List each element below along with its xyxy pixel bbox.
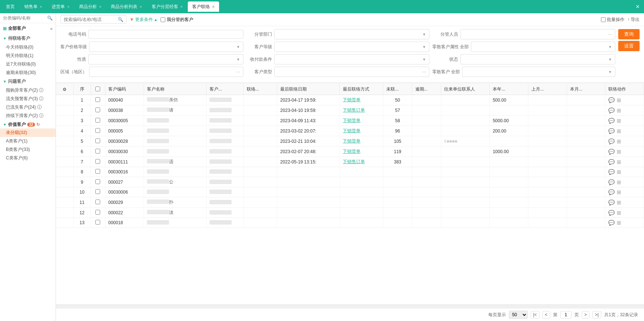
- filter-nature-select[interactable]: ▼: [88, 54, 243, 64]
- collapse-icon[interactable]: «: [50, 26, 53, 31]
- row-checkbox[interactable]: [95, 107, 100, 112]
- row-checkbox[interactable]: [95, 128, 100, 133]
- tab-sales-close[interactable]: ×: [40, 4, 42, 9]
- more-conditions-btn[interactable]: ▼ 更多条件 ▲: [130, 17, 158, 23]
- filter-cust-type-select[interactable]: ···: [274, 67, 429, 77]
- grid-action-icon[interactable]: ⊞: [617, 200, 621, 205]
- last-way-link[interactable]: 下销货单: [343, 118, 360, 123]
- grid-action-icon[interactable]: ⊞: [617, 210, 621, 216]
- last-way-link[interactable]: 下销售订单: [343, 107, 365, 113]
- reset-button[interactable]: 设置: [618, 41, 640, 51]
- next-page-btn[interactable]: >: [582, 311, 590, 318]
- tab-product-analysis[interactable]: 商品分析 ×: [75, 1, 106, 12]
- grid-action-icon[interactable]: ⊞: [617, 149, 621, 155]
- sidebar-item-abnormal[interactable]: 囤购异常客户(2) ⓘ: [0, 86, 56, 95]
- last-page-btn[interactable]: >|: [592, 311, 601, 318]
- row-checkbox[interactable]: [95, 169, 100, 174]
- sidebar-item-7days[interactable]: 近7天待联络(0): [0, 60, 56, 68]
- td-checkbox[interactable]: [91, 147, 105, 157]
- filter-retail-attr-select[interactable]: ▼: [471, 42, 615, 52]
- filter-region-select[interactable]: ···: [89, 67, 243, 77]
- window-close-icon[interactable]: ×: [633, 3, 643, 11]
- batch-checkbox[interactable]: [601, 17, 606, 22]
- chat-icon[interactable]: 💬: [608, 149, 615, 155]
- chat-icon[interactable]: 💬: [608, 200, 615, 205]
- main-search-input[interactable]: [64, 17, 116, 22]
- chat-icon[interactable]: 💬: [608, 179, 615, 185]
- tab-customer-contact-close[interactable]: ×: [212, 4, 214, 9]
- td-checkbox[interactable]: [91, 157, 105, 167]
- tab-purchase-close[interactable]: ×: [67, 4, 69, 9]
- chat-icon[interactable]: 💬: [608, 107, 615, 113]
- chat-icon[interactable]: 💬: [608, 159, 615, 165]
- pending-group-header[interactable]: ▼ 待联络客户: [0, 34, 56, 43]
- grid-action-icon[interactable]: ⊞: [617, 97, 621, 103]
- prev-page-btn[interactable]: <: [542, 311, 550, 318]
- last-way-link[interactable]: 下销货单: [343, 97, 360, 102]
- cust-type-dots-icon[interactable]: ···: [422, 69, 426, 74]
- all-customers-header[interactable]: ⊞ 全部客户 «: [0, 23, 56, 34]
- td-checkbox[interactable]: [91, 197, 105, 208]
- sidebar-item-lost[interactable]: 已流失客户(24) ⓘ: [0, 103, 56, 112]
- tab-product-analysis-list[interactable]: 商品分析列表 ×: [106, 1, 146, 12]
- chat-icon[interactable]: 💬: [608, 128, 615, 134]
- filter-phone-input[interactable]: [88, 30, 243, 39]
- chat-icon[interactable]: 💬: [608, 138, 615, 144]
- tab-product-analysis-list-close[interactable]: ×: [140, 4, 142, 9]
- batch-ops-btn[interactable]: 批量操作: [601, 17, 624, 23]
- grid-action-icon[interactable]: ⊞: [617, 179, 621, 185]
- filter-manager-select[interactable]: ···: [460, 29, 615, 39]
- row-checkbox[interactable]: [95, 220, 100, 225]
- sidebar-search-input[interactable]: [3, 15, 46, 21]
- chat-icon[interactable]: 💬: [608, 189, 615, 195]
- th-checkbox[interactable]: [91, 84, 105, 95]
- sidebar-item-overdue[interactable]: 逾期未联络(30): [0, 68, 56, 77]
- sidebar-item-class-a[interactable]: A类客户(1): [0, 137, 56, 145]
- tab-home[interactable]: 首页: [1, 1, 19, 12]
- th-settings[interactable]: ⚙: [56, 84, 73, 95]
- grid-action-icon[interactable]: ⊞: [617, 107, 621, 113]
- manager-dots-icon[interactable]: ···: [608, 32, 612, 37]
- sidebar-search-icon[interactable]: 🔍: [47, 15, 53, 21]
- td-checkbox[interactable]: [91, 187, 105, 197]
- sidebar-item-unclassified[interactable]: 未分组(32): [0, 128, 56, 137]
- main-search-box[interactable]: 🔍: [60, 15, 127, 24]
- chat-icon[interactable]: 💬: [608, 210, 615, 216]
- export-btn[interactable]: ↑ 导出: [627, 17, 640, 23]
- tab-customer-segment[interactable]: 客户分层经客 ×: [147, 1, 187, 12]
- grid-action-icon[interactable]: ⊞: [617, 138, 621, 144]
- chat-icon[interactable]: 💬: [608, 97, 615, 103]
- page-input[interactable]: [560, 311, 571, 318]
- horizontal-scrollbar[interactable]: [56, 304, 644, 308]
- filter-retail-cust-select[interactable]: ▼: [462, 67, 615, 77]
- chat-icon[interactable]: 💬: [608, 118, 615, 124]
- last-way-link[interactable]: 下销货单: [343, 149, 360, 154]
- td-checkbox[interactable]: [91, 116, 105, 126]
- row-checkbox[interactable]: [95, 200, 100, 204]
- td-checkbox[interactable]: [91, 177, 105, 187]
- row-checkbox[interactable]: [95, 179, 100, 184]
- row-checkbox[interactable]: [95, 210, 100, 215]
- row-checkbox[interactable]: [95, 118, 100, 123]
- td-checkbox[interactable]: [91, 126, 105, 136]
- sidebar-item-class-b[interactable]: B类客户(33): [0, 145, 56, 154]
- grid-action-icon[interactable]: ⊞: [617, 169, 621, 175]
- sidebar-item-today[interactable]: 今天待联络(0): [0, 43, 56, 52]
- row-checkbox[interactable]: [95, 97, 100, 102]
- problem-group-header[interactable]: ▼ 问题客户: [0, 77, 56, 86]
- main-search-icon[interactable]: 🔍: [118, 17, 123, 22]
- td-checkbox[interactable]: [91, 95, 105, 105]
- search-button[interactable]: 查询: [618, 29, 640, 39]
- filter-price-level-select[interactable]: ▼: [89, 42, 243, 52]
- td-checkbox[interactable]: [91, 218, 105, 228]
- td-checkbox[interactable]: [91, 208, 105, 218]
- value-refresh-icon[interactable]: ↻: [36, 122, 40, 127]
- tab-customer-contact[interactable]: 客户联络 ×: [188, 1, 219, 12]
- filter-status-select[interactable]: ▼: [460, 54, 615, 64]
- grid-action-icon[interactable]: ⊞: [617, 128, 621, 134]
- chat-icon[interactable]: 💬: [608, 169, 615, 175]
- sidebar-item-tomorrow[interactable]: 明天待联络(1): [0, 52, 56, 60]
- td-checkbox[interactable]: [91, 136, 105, 147]
- filter-dept-select[interactable]: ▼: [274, 29, 429, 39]
- per-page-select[interactable]: 50 100 200: [509, 311, 528, 319]
